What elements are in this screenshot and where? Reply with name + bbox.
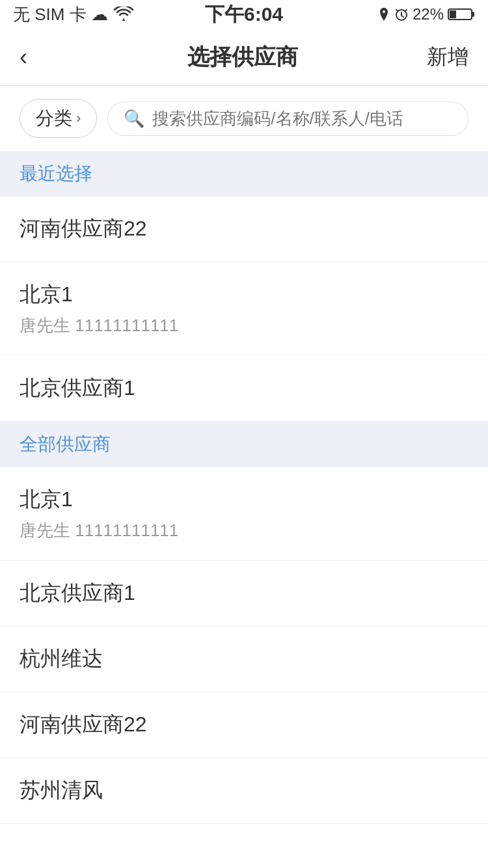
supplier-name: 河南供应商22	[20, 215, 468, 243]
chevron-right-icon: ›	[76, 110, 81, 127]
search-icon: 🔍	[124, 109, 144, 129]
list-item[interactable]: 河南供应商22	[0, 692, 488, 758]
supplier-sub: 唐先生 11111111111	[20, 314, 468, 337]
status-right: 22%	[377, 5, 475, 23]
supplier-name: 北京供应商1	[20, 579, 468, 608]
list-item[interactable]: 北京1 唐先生 11111111111	[0, 262, 488, 356]
wifi-icon	[113, 7, 134, 22]
list-item[interactable]: 河南供应商22	[0, 197, 488, 262]
no-sim-label: 无 SIM 卡 ☁	[13, 3, 108, 26]
recent-section-label: 最近选择	[20, 163, 92, 183]
supplier-name: 河南供应商22	[20, 711, 468, 739]
recent-list: 河南供应商22 北京1 唐先生 11111111111 北京供应商1	[0, 197, 488, 422]
supplier-name: 苏州清风	[20, 776, 468, 805]
alarm-icon	[394, 7, 409, 22]
all-section-header: 全部供应商	[0, 422, 488, 467]
back-button[interactable]: ‹	[20, 44, 59, 71]
all-list: 北京1 唐先生 11111111111 北京供应商1 杭州维达 河南供应商22 …	[0, 467, 488, 824]
status-time: 下午6:04	[205, 1, 283, 28]
list-item[interactable]: 北京1 唐先生 11111111111	[0, 467, 488, 561]
battery-label: 22%	[413, 5, 444, 23]
list-item[interactable]: 苏州清风	[0, 758, 488, 824]
svg-rect-3	[450, 10, 456, 18]
search-input[interactable]	[152, 109, 452, 129]
supplier-name: 杭州维达	[20, 645, 468, 673]
category-label: 分类	[36, 106, 72, 131]
page-title: 选择供应商	[187, 42, 298, 72]
list-item[interactable]: 杭州维达	[0, 627, 488, 692]
recent-section-header: 最近选择	[0, 151, 488, 197]
status-left: 无 SIM 卡 ☁	[13, 3, 134, 26]
supplier-name: 北京1	[20, 485, 468, 514]
filter-bar: 分类 › 🔍	[0, 86, 488, 151]
svg-rect-2	[472, 12, 474, 17]
search-box[interactable]: 🔍	[107, 102, 468, 136]
list-item[interactable]: 北京供应商1	[0, 356, 488, 422]
category-button[interactable]: 分类 ›	[20, 99, 97, 138]
all-section-label: 全部供应商	[20, 434, 111, 454]
location-icon	[377, 7, 390, 22]
nav-bar: ‹ 选择供应商 新增	[0, 29, 488, 86]
battery-icon	[448, 7, 475, 21]
add-button[interactable]: 新增	[427, 43, 468, 72]
supplier-name: 北京供应商1	[20, 374, 468, 403]
list-item[interactable]: 北京供应商1	[0, 561, 488, 627]
supplier-sub: 唐先生 11111111111	[20, 519, 468, 542]
status-bar: 无 SIM 卡 ☁ 下午6:04 22%	[0, 0, 488, 29]
supplier-name: 北京1	[20, 280, 468, 309]
